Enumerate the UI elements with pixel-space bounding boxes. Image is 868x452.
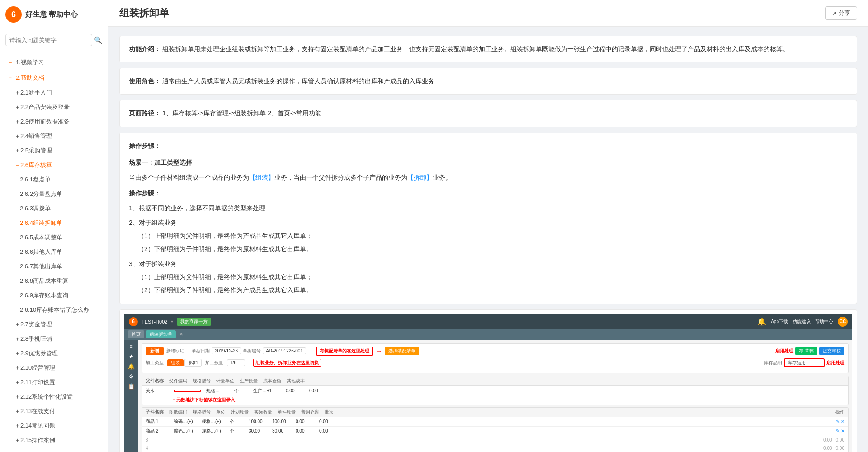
fake-sub-row2-unit: 个 xyxy=(230,428,243,434)
screenshot-card: 6 TEST-H002 ▾ 我的商家一方 🔔 App下载 功能建议 帮助中心 C… xyxy=(119,309,857,452)
sidebar-subsub-label: 2.6.8商品成本重算 xyxy=(20,277,68,285)
fake-type-assembly: 组装 xyxy=(167,359,184,366)
fake-sub-header9: 批次 xyxy=(325,409,334,415)
fake-company: TEST-H002 xyxy=(142,319,167,324)
sidebar-item-2.15[interactable]: ＋ 2.15操作案例 xyxy=(0,433,108,447)
sidebar-item-2.6[interactable]: － 2.6库存核算 xyxy=(0,158,108,172)
scene1-desc: 当由多个子件材料组装成一个成品的业务为【组装】业务，当由一个父件拆分成多个子产品… xyxy=(129,172,848,183)
sidebar-item-2.6.8[interactable]: 2.6.8商品成本重算 xyxy=(0,274,108,288)
fake-save-btn: 存 草稿 xyxy=(795,347,817,355)
fake-icon5: 📋 xyxy=(128,383,135,390)
fake-row-spec: 规格… xyxy=(206,388,229,394)
intro-body: 组装拆卸单用来处理企业组装或拆卸等加工业务，支持有固定装配清单的产品加工业务，也… xyxy=(162,45,789,52)
sidebar-item-2.13[interactable]: ＋ 2.13在线支付 xyxy=(0,404,108,419)
fake-sub-row2-actual: 30.00 xyxy=(272,428,290,433)
fake-type-disassembly: 拆卸 xyxy=(184,359,202,367)
share-button[interactable]: ↗ 分享 xyxy=(825,6,857,20)
fake-sub-row2-name: 商品 2 xyxy=(146,428,168,434)
main-header: 组装拆卸单 ↗ 分享 xyxy=(108,0,868,27)
fake-row-cost: 0.00 xyxy=(286,388,304,393)
sidebar-sub-label: 2.15操作案例 xyxy=(20,436,55,444)
sidebar-item-2.3[interactable]: ＋ 2.3使用前数据准备 xyxy=(0,114,108,129)
path-body: 1、库存核算->库存管理->组装拆卸单 2、首页->常用功能 xyxy=(162,109,321,117)
share-label: 分享 xyxy=(839,9,850,17)
step1: 1、根据不同的业务，选择不同单据的类型来处理 xyxy=(129,203,848,214)
sidebar-item-2.6.9[interactable]: 2.6.9库存账本查询 xyxy=(0,288,108,303)
plus-icon: ＋ xyxy=(14,393,20,401)
sidebar-item-2.7[interactable]: ＋ 2.7资金管理 xyxy=(0,317,108,332)
fake-select-btn: 选择装配清单 xyxy=(385,347,419,355)
sidebar-sub-label: 2.12系统个性化设置 xyxy=(20,393,73,401)
intro-label: 功能介绍： xyxy=(129,45,160,52)
sidebar-item-2.1[interactable]: ＋ 2.1新手入门 xyxy=(0,86,108,100)
fake-annotation3: 组装业务、拆卸业务在这里切换 xyxy=(253,359,321,367)
sidebar-item-2.9[interactable]: ＋ 2.9优惠券管理 xyxy=(0,346,108,361)
fake-sub-header1: 子件名称 xyxy=(146,409,164,415)
sidebar-subsub-label: 2.6.1盘点单 xyxy=(20,176,51,184)
fake-tab-new: 新增 xyxy=(146,347,164,355)
fake-sub-header5: 计划数量 xyxy=(231,409,249,415)
plus-icon: ＋ xyxy=(14,132,20,140)
sidebar-sub-label: 2.11打印设置 xyxy=(20,378,55,386)
fake-submit-btn: 提交审核 xyxy=(819,347,844,355)
fake-table-header-cost: 成本金额 xyxy=(263,378,281,384)
fake-sub-header3: 规格型号 xyxy=(193,409,211,415)
sidebar-item-2.8[interactable]: ＋ 2.8手机旺铺 xyxy=(0,332,108,346)
fake-nav-text3: 帮助中心 xyxy=(815,319,833,325)
fake-topbar-btn: 我的商家一方 xyxy=(177,318,211,326)
fake-table-header-spec: 规格型号 xyxy=(193,378,211,384)
sidebar-sub-label: 2.4销售管理 xyxy=(20,132,52,140)
scene1-title: 场景一：加工类型选择 xyxy=(129,157,848,168)
fake-warehouse-input: 库存品用 xyxy=(784,358,825,367)
sidebar-item-2.4[interactable]: ＋ 2.4销售管理 xyxy=(0,129,108,143)
sidebar-item-2.6.7[interactable]: 2.6.7其他出库单 xyxy=(0,259,108,274)
fake-sub-row2-warehouse: 0.00 xyxy=(319,428,337,433)
sidebar-item-2.11[interactable]: ＋ 2.11打印设置 xyxy=(0,375,108,390)
plus-icon: ＋ xyxy=(14,378,20,386)
plus-icon: ＋ xyxy=(14,89,20,97)
sidebar-item-2.5[interactable]: ＋ 2.5采购管理 xyxy=(0,143,108,158)
sidebar-sub-label: 2.14常见问题 xyxy=(20,422,55,430)
sidebar-item-2.6.3[interactable]: 2.6.3调拨单 xyxy=(0,201,108,216)
sidebar-item-2.6.4[interactable]: 2.6.4组装拆卸单 xyxy=(0,216,108,230)
sidebar-item-2.6.5[interactable]: 2.6.5成本调整单 xyxy=(0,230,108,245)
sidebar-sub-label: 2.13在线支付 xyxy=(20,407,55,415)
intro-text: 功能介绍： 组装拆卸单用来处理企业组装或拆卸等加工业务，支持有固定装配清单的产品… xyxy=(129,43,848,55)
fake-sub-header8: 普用仓库 xyxy=(301,409,319,415)
fake-sub-header2: 图纸编码 xyxy=(169,409,187,415)
sidebar-item-2.14[interactable]: ＋ 2.14常见问题 xyxy=(0,419,108,433)
search-input[interactable] xyxy=(5,34,92,46)
sidebar-item-2.6.10[interactable]: 2.6.10库存账本错了怎么办 xyxy=(0,303,108,317)
sidebar-item-2.2[interactable]: ＋ 2.2产品安装及登录 xyxy=(0,100,108,114)
fake-row-name: 关木 xyxy=(146,388,168,394)
sidebar-item-2.6.6[interactable]: 2.6.6其他入库单 xyxy=(0,245,108,259)
content-area: 功能介绍： 组装拆卸单用来处理企业组装或拆卸等加工业务，支持有固定装配清单的产品… xyxy=(108,27,868,452)
sidebar-item-2.6.1[interactable]: 2.6.1盘点单 xyxy=(0,172,108,187)
fake-table-header-other: 其他成本 xyxy=(287,378,305,384)
fake-sub-header7: 单件数量 xyxy=(278,409,296,415)
fake-sub-row1-warehouse: 0.00 xyxy=(319,419,337,424)
plus-icon: ＋ xyxy=(14,335,20,343)
search-button[interactable]: 🔍 xyxy=(94,36,103,44)
nav-list: ＋ 1.视频学习 － 2.帮助文档 ＋ 2.1新手入门 ＋ 2.2产品安装及登录… xyxy=(0,51,108,452)
sidebar: 6 好生意 帮助中心 🔍 ＋ 1.视频学习 － 2.帮助文档 ＋ 2.1新手入门… xyxy=(0,0,108,452)
plus-icon: ＋ xyxy=(14,103,20,111)
fake-table-header-unit: 计量单位 xyxy=(216,378,234,384)
sidebar-sub-label: 2.6库存核算 xyxy=(20,161,52,169)
fake-sub-header10: 操作 xyxy=(835,409,844,415)
fake-table-header-parent: 父件名称 xyxy=(146,378,164,384)
sidebar-item-2.12[interactable]: ＋ 2.12系统个性化设置 xyxy=(0,390,108,404)
fake-qty-val: 1/6 xyxy=(227,359,245,366)
sidebar-item-video[interactable]: ＋ 1.视频学习 xyxy=(0,55,108,70)
sidebar-header: 6 好生意 帮助中心 xyxy=(0,0,108,29)
fake-count-label: 加工类型 xyxy=(146,360,164,366)
plus-icon: ＋ xyxy=(7,58,13,67)
fake-qty-label: 加工数量 xyxy=(205,360,223,366)
step2-1: （1）上部明细为父件明细，最终作为产成品生成其它入库单； xyxy=(129,230,848,242)
ops-steps-sublabel: 操作步骤： xyxy=(129,188,848,199)
sidebar-item-docs[interactable]: － 2.帮助文档 xyxy=(0,70,108,86)
sidebar-item-2.10[interactable]: ＋ 2.10经营管理 xyxy=(0,361,108,375)
sidebar-item-2.6.2[interactable]: 2.6.2分量盘点单 xyxy=(0,187,108,201)
fake-nav-assembly: 组装拆卸单 xyxy=(146,330,176,338)
path-label: 页面路径： xyxy=(129,109,160,117)
